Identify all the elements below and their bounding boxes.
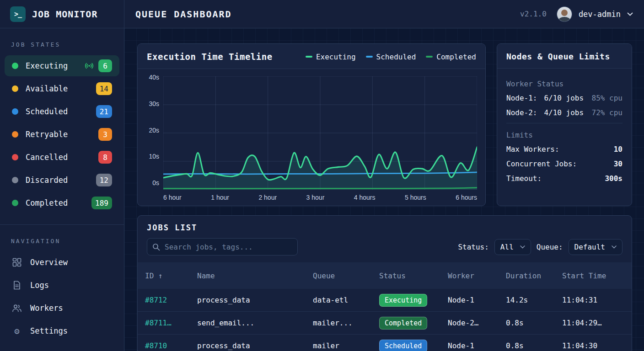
sidebar-item-overview[interactable]: Overview <box>0 251 124 274</box>
queue-filter-label: Queue: <box>537 243 563 251</box>
job-duration: 14.2s <box>506 296 562 304</box>
legend-label: Scheduled <box>376 53 416 61</box>
sidebar-item-executing[interactable]: Executing 6 <box>5 55 119 76</box>
user-avatar[interactable] <box>557 6 572 22</box>
search-wrap <box>147 238 298 255</box>
column-header-start-time[interactable]: Start Time <box>562 271 632 280</box>
state-label: Discarded <box>26 176 68 185</box>
column-header-duration[interactable]: Duration <box>506 271 562 280</box>
status-cell: Scheduled <box>379 340 448 351</box>
legend-label: Executing <box>316 53 356 61</box>
y-axis-labels: 0s 10s 20s 30s 40s <box>143 74 163 186</box>
main-column: QUEUE DASHBOARD v2.1.0 dev-admin Executi… <box>124 0 644 351</box>
job-name: process_data <box>197 296 313 304</box>
chevron-down-icon <box>520 245 525 249</box>
x-tick: 4 hours <box>354 194 376 201</box>
state-label: Executing <box>26 61 68 70</box>
legend-item-executing: Executing <box>306 53 356 61</box>
count-badge: 3 <box>98 128 112 141</box>
sidebar-item-completed[interactable]: Completed 189 <box>5 192 119 213</box>
count-badge: 21 <box>96 105 112 118</box>
chart-card-header: Execution Time Timeline Executing Schedu… <box>138 44 485 69</box>
status-badge: Completed <box>379 317 427 330</box>
retryable-dot <box>12 131 18 138</box>
chart-legend: Executing Scheduled Completed <box>306 53 476 61</box>
sidebar-item-cancelled[interactable]: Cancelled 8 <box>5 147 119 168</box>
sidebar-item-scheduled[interactable]: Scheduled 21 <box>5 101 119 122</box>
status-cell: Completed <box>379 317 448 330</box>
column-header-worker[interactable]: Worker <box>448 271 506 280</box>
table-row[interactable]: #8711… send_email... mailer... Completed… <box>138 312 632 335</box>
sidebar-item-logs[interactable]: Logs <box>0 274 124 297</box>
column-header-queue[interactable]: Queue <box>313 271 379 280</box>
legend-label: Completed <box>436 53 476 61</box>
timeline-chart <box>163 76 477 190</box>
filters: Status: All Queue: Default <box>458 239 623 255</box>
count-badge: 189 <box>91 197 112 209</box>
gear-icon: ⚙ <box>12 326 22 336</box>
legend-swatch <box>426 56 433 58</box>
job-queue: data-etl <box>313 296 379 304</box>
queue-filter-select[interactable]: Default <box>569 239 623 255</box>
x-axis-labels: 6 hour 1 hour 2 hour 3 hour 4 hours 5 ho… <box>163 194 477 201</box>
x-tick: 6 hour <box>163 194 182 201</box>
column-header-name[interactable]: Name <box>197 271 313 280</box>
state-label: Scheduled <box>26 107 68 116</box>
y-tick: 30s <box>149 100 159 107</box>
node-jobs: 4/10 jobs <box>544 108 584 117</box>
job-id-link[interactable]: #8712 <box>145 296 197 304</box>
count-badge: 6 <box>98 59 112 72</box>
nav-label: Settings <box>30 326 68 335</box>
nav-label: Workers <box>30 303 63 313</box>
table-row[interactable]: #8710 process_data mailer Scheduled Node… <box>138 335 632 351</box>
y-tick: 10s <box>149 153 159 160</box>
x-tick: 6 hours <box>456 194 477 201</box>
chart-title: Execution Time Timeline <box>147 52 273 62</box>
column-header-status[interactable]: Status <box>379 271 448 280</box>
app-title: JOB MONITOR <box>32 9 97 20</box>
username: dev-admin <box>579 10 621 19</box>
search-input[interactable] <box>147 238 298 255</box>
legend-item-completed: Completed <box>426 53 476 61</box>
worker-status-label: Worker Status <box>506 80 623 88</box>
sidebar-header: >_ JOB MONITOR <box>0 0 124 28</box>
nodes-divider <box>506 123 623 123</box>
table-row[interactable]: #8712 process_data data-etl Executing No… <box>138 289 632 312</box>
table-header-row: ID ↑ Name Queue Status Worker Duration S… <box>138 262 632 289</box>
page-title: QUEUE DASHBOARD <box>135 9 232 20</box>
nodes-card-header: Nodes & Queue Limits <box>497 44 632 69</box>
topbar-right: v2.1.0 dev-admin <box>520 6 633 22</box>
x-tick: 3 hour <box>306 194 325 201</box>
limit-label: Max Workers: <box>506 145 559 154</box>
job-id-link[interactable]: #8710 <box>145 341 197 350</box>
limit-row: Timeout: 300s <box>506 174 623 183</box>
job-duration: 0.8s <box>506 319 562 327</box>
node-cpu: 72% cpu <box>592 108 623 117</box>
limit-row: Max Workers: 10 <box>506 145 623 154</box>
column-header-id[interactable]: ID ↑ <box>145 271 197 280</box>
nodes-card-title: Nodes & Queue Limits <box>506 52 610 61</box>
sidebar-item-settings[interactable]: ⚙ Settings <box>0 319 124 342</box>
search-icon <box>152 243 160 251</box>
queue-filter-value: Default <box>574 243 605 251</box>
sidebar-item-discarded[interactable]: Discarded 12 <box>5 170 119 191</box>
job-id-link[interactable]: #8711… <box>145 319 197 327</box>
users-icon <box>12 304 22 312</box>
sidebar-item-workers[interactable]: Workers <box>0 297 124 319</box>
terminal-icon: >_ <box>10 6 26 22</box>
app-root: >_ JOB MONITOR JOB STATES Executing 6 Av… <box>0 0 644 351</box>
jobs-controls: Status: All Queue: Default <box>147 238 623 262</box>
sidebar-item-retryable[interactable]: Retryable 3 <box>5 124 119 145</box>
status-badge: Scheduled <box>379 340 427 351</box>
sidebar-item-available[interactable]: Available 14 <box>5 78 119 99</box>
jobs-list-card: JOBS LIST Status: All Queue: <box>137 215 632 351</box>
navigation-section-label: NAVIGATION <box>0 238 124 245</box>
limit-label: Concurrent Jobs: <box>506 160 577 168</box>
job-worker: Node-1 <box>448 296 506 304</box>
sidebar-divider <box>0 224 124 225</box>
chevron-down-icon[interactable] <box>627 12 633 16</box>
status-filter-select[interactable]: All <box>494 239 531 255</box>
node-status-row: Node-2: 4/10 jobs 72% cpu <box>506 108 623 117</box>
chevron-down-icon <box>612 245 617 249</box>
limit-label: Timeout: <box>506 174 542 183</box>
